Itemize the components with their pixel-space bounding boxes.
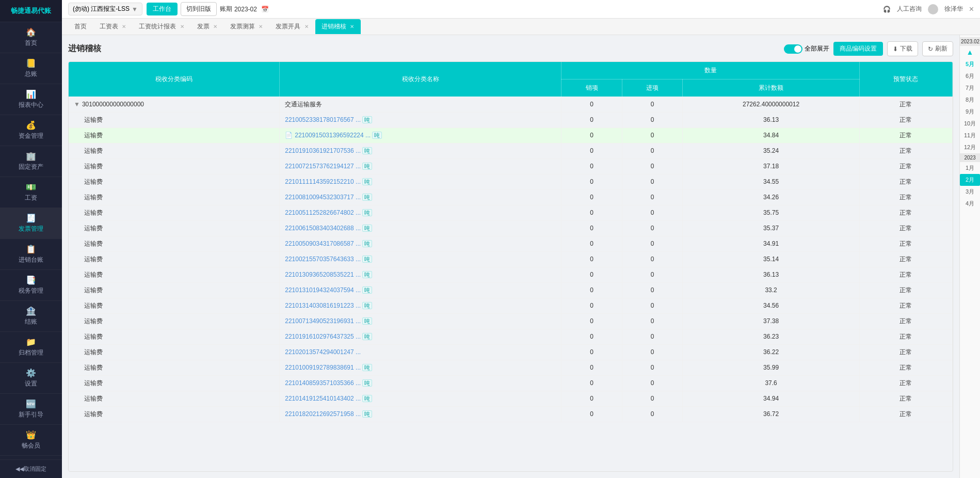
tab-close-icon[interactable]: ✕	[122, 24, 126, 29]
tab-invoice-calc[interactable]: 发票测算 ✕	[224, 19, 269, 34]
cell-status: 正常	[859, 298, 952, 313]
period-value: 2023-02	[234, 6, 257, 13]
download-button[interactable]: ⬇ 下载	[887, 41, 918, 56]
cal-month-3[interactable]: 3月	[960, 186, 980, 198]
table-row[interactable]: 运输费 22101111143592152210 ... 吨 0 0 34.55…	[69, 174, 953, 189]
cal-month-5[interactable]: 5月	[960, 58, 980, 70]
cal-month-10[interactable]: 10月	[960, 118, 980, 130]
tab-reconcile[interactable]: 进销稽核 ✕	[315, 19, 361, 34]
cal-month-11[interactable]: 11月	[960, 130, 980, 141]
cell-cumulative: 37.38	[683, 313, 859, 329]
table-row[interactable]: 运输费 22100215570357643633 ... 吨 0 0 35.14…	[69, 251, 953, 267]
table-row[interactable]: 运输费 22100713490523196931 ... 吨 0 0 37.38…	[69, 313, 953, 329]
sidebar-item-purchase[interactable]: 📋 进销台账	[0, 239, 62, 270]
sidebar-item-ledger[interactable]: 📒 总账	[0, 53, 62, 84]
cell-invoice: 22101419125410143402 ... 吨	[280, 391, 561, 406]
cell-invoice: 22100713490523196931 ... 吨	[280, 313, 561, 329]
table-row[interactable]: 运输费 22101309365208535221 ... 吨 0 0 36.13…	[69, 267, 953, 282]
support-label[interactable]: 人工咨询	[897, 5, 922, 13]
sidebar-item-settlement[interactable]: 🏦 结账	[0, 301, 62, 332]
cell-sale-qty: 0	[561, 329, 622, 344]
table-row[interactable]: 运输费 22100721573762194127 ... 吨 0 0 37.18…	[69, 158, 953, 174]
table-row[interactable]: 运输费 📄22100915031396592224 ... 吨 0 0 34.8…	[69, 128, 953, 143]
cal-month-7[interactable]: 7月	[960, 82, 980, 94]
table-row[interactable]: 运输费 22101916102976437325 ... 吨 0 0 36.23…	[69, 329, 953, 344]
sidebar-item-guide[interactable]: 🆕 新手引导	[0, 394, 62, 425]
sidebar-item-label: 进销台账	[19, 256, 43, 264]
table-row[interactable]: 运输费 22101820212692571958 ... 吨 0 0 36.72…	[69, 406, 953, 422]
cal-month-1[interactable]: 1月	[960, 162, 980, 174]
tab-salary-stats[interactable]: 工资统计报表 ✕	[133, 19, 190, 34]
period-display: 账期 2023-02 📅	[220, 5, 271, 13]
sidebar-item-tax[interactable]: 📑 税务管理	[0, 270, 62, 301]
toggle-bg[interactable]	[784, 44, 802, 54]
workbench-button[interactable]: 工作台	[147, 3, 178, 15]
cal-nav-up[interactable]: ▲	[965, 46, 976, 58]
table-row[interactable]: 运输费 22101910361921707536 ... 吨 0 0 35.24…	[69, 143, 953, 158]
switch-version-button[interactable]: 切到旧版	[181, 2, 217, 16]
sidebar-item-funds[interactable]: 💰 资金管理	[0, 115, 62, 146]
table-row[interactable]: 运输费 22102013574294001247 ... 0 0 36.22 正…	[69, 344, 953, 360]
unpin-button[interactable]: ◀◀ 取消固定	[0, 459, 62, 478]
cal-month-4[interactable]: 4月	[960, 198, 980, 210]
tab-invoice-open[interactable]: 发票开具 ✕	[269, 19, 315, 34]
table-row[interactable]: 运输费 22101310194324037594 ... 吨 0 0 33.2 …	[69, 282, 953, 298]
page-header: 进销稽核 全部展开 商品编码设置 ⬇ 下载 ↻ 刷	[68, 41, 953, 56]
tab-invoice[interactable]: 发票 ✕	[191, 19, 224, 34]
tab-close-icon[interactable]: ✕	[350, 24, 354, 29]
cell-invoice: 22101009192789838691 ... 吨	[280, 360, 561, 375]
sidebar-item-invoices[interactable]: 🧾 发票管理	[0, 208, 62, 239]
company-name: (勿动) 江西报宝-LSS	[73, 5, 130, 13]
sidebar-item-assets[interactable]: 🏢 固定资产	[0, 146, 62, 177]
cal-month-12[interactable]: 12月	[960, 141, 980, 153]
table-row[interactable]: 运输费 22100523381780176567 ... 吨 0 0 36.13…	[69, 112, 953, 128]
table-row[interactable]: 运输费 22101314030816191223 ... 吨 0 0 34.56…	[69, 298, 953, 313]
cell-sale-qty: 0	[561, 375, 622, 391]
sidebar-item-archive[interactable]: 📁 归档管理	[0, 332, 62, 363]
sidebar-item-reports[interactable]: 📊 报表中心	[0, 84, 62, 115]
close-button[interactable]: ×	[969, 5, 974, 14]
settings-button[interactable]: 商品编码设置	[833, 42, 883, 56]
table-row[interactable]: 运输费 22100615083403402688 ... 吨 0 0 35.37…	[69, 220, 953, 236]
right-calendar: 2023.02 ▲ 5月 6月 7月 8月 9月 10月 11月 12月 202…	[959, 35, 980, 478]
cell-cumulative: 34.94	[683, 391, 859, 406]
sidebar-item-label: 总账	[25, 70, 37, 78]
sidebar-item-settings[interactable]: ⚙️ 设置	[0, 363, 62, 394]
tab-home-label: 首页	[74, 23, 87, 30]
table-row[interactable]: 运输费 22101009192789838691 ... 吨 0 0 35.99…	[69, 360, 953, 375]
support-icon: 🎧	[883, 6, 891, 13]
calendar-icon[interactable]: 📅	[261, 6, 269, 13]
page-actions: 全部展开 商品编码设置 ⬇ 下载 ↻ 刷新	[784, 41, 953, 56]
cal-year-2023[interactable]: 2023	[960, 153, 980, 162]
tab-close-icon[interactable]: ✕	[259, 24, 263, 29]
company-selector[interactable]: (勿动) 江西报宝-LSS ▼	[68, 3, 142, 15]
refresh-button[interactable]: ↻ 刷新	[922, 41, 953, 56]
table-row[interactable]: 运输费 22100511252826674802 ... 吨 0 0 35.75…	[69, 205, 953, 220]
table-row[interactable]: 运输费 22100810094532303717 ... 吨 0 0 34.26…	[69, 189, 953, 205]
cal-month-9[interactable]: 9月	[960, 106, 980, 118]
table-row[interactable]: 运输费 22100509034317086587 ... 吨 0 0 34.91…	[69, 236, 953, 251]
tab-salary-table[interactable]: 工资表 ✕	[93, 19, 133, 34]
table-row[interactable]: ▼301000000000000000 交通运输服务 0 0 27262.400…	[69, 97, 953, 112]
tab-home[interactable]: 首页	[68, 19, 93, 34]
tab-close-icon[interactable]: ✕	[180, 24, 184, 29]
user-name[interactable]: 徐泽华	[944, 5, 963, 13]
tax-icon: 📑	[26, 275, 36, 285]
sidebar-item-label: 畅会员	[22, 441, 40, 450]
tab-close-icon[interactable]: ✕	[213, 24, 217, 29]
table-row[interactable]: 运输费 22101408593571035366 ... 吨 0 0 37.6 …	[69, 375, 953, 391]
cell-invoice: 22101910361921707536 ... 吨	[280, 143, 561, 158]
settings-icon: ⚙️	[26, 368, 36, 378]
col-header-purchase-qty: 进项	[622, 79, 683, 97]
cell-sale-qty: 0	[561, 189, 622, 205]
sidebar-item-salary[interactable]: 💵 工资	[0, 177, 62, 208]
tab-close-icon[interactable]: ✕	[304, 24, 309, 29]
cal-month-6[interactable]: 6月	[960, 70, 980, 82]
cal-month-2-active[interactable]: 2月	[960, 174, 980, 186]
table-row[interactable]: 运输费 22101419125410143402 ... 吨 0 0 34.94…	[69, 391, 953, 406]
cal-month-8[interactable]: 8月	[960, 94, 980, 106]
cal-year-2023-02-top[interactable]: 2023.02	[960, 37, 980, 46]
sidebar-item-member[interactable]: 👑 畅会员	[0, 425, 62, 456]
sidebar-item-home[interactable]: 🏠 首页	[0, 22, 62, 53]
expand-toggle[interactable]: 全部展开	[784, 44, 829, 54]
